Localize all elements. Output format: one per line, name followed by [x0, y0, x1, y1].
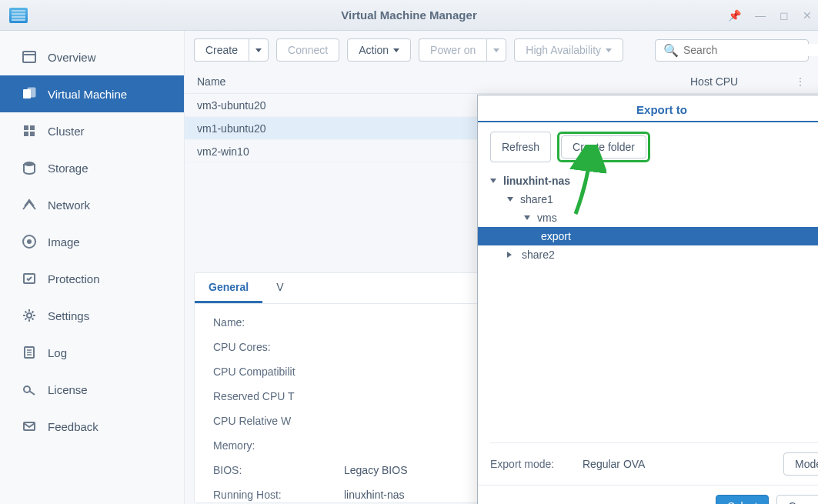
storage-icon — [22, 160, 37, 175]
create-dropdown[interactable] — [249, 38, 269, 62]
sidebar-item-label: Virtual Machine — [48, 88, 127, 101]
svg-rect-0 — [23, 52, 35, 62]
sidebar-item-label: Protection — [48, 272, 100, 285]
sidebar-item-label: Feedback — [48, 420, 98, 433]
svg-point-12 — [27, 313, 32, 318]
poweron-dropdown[interactable] — [486, 38, 506, 62]
sidebar-item-label: Log — [48, 346, 67, 359]
svg-rect-7 — [30, 132, 35, 136]
log-icon — [22, 345, 37, 360]
svg-rect-3 — [28, 88, 35, 97]
prop-rescpu-label: Reserved CPU T — [213, 390, 344, 402]
svg-rect-4 — [24, 125, 28, 130]
svg-rect-6 — [24, 132, 28, 136]
action-button[interactable]: Action — [347, 38, 411, 62]
connect-button[interactable]: Connect — [276, 38, 339, 62]
prop-host-label: Running Host: — [213, 489, 344, 501]
sidebar-item-label: Cluster — [48, 125, 85, 138]
sidebar-item-label: Network — [48, 199, 90, 212]
tree-node-vms[interactable]: vms — [490, 209, 818, 227]
mode-button[interactable]: Mode — [783, 452, 818, 476]
prop-bios-label: BIOS: — [213, 464, 344, 476]
feedback-icon — [22, 419, 37, 434]
svg-point-8 — [24, 162, 35, 166]
sidebar-item-image[interactable]: Image — [0, 223, 184, 260]
tree-node-share2[interactable]: share2 — [490, 245, 818, 264]
settings-icon — [22, 308, 37, 323]
export-modal: Export to Refresh Create folder linuxhin… — [477, 95, 818, 504]
refresh-button[interactable]: Refresh — [490, 132, 551, 162]
sidebar-item-label: Storage — [48, 162, 88, 175]
create-folder-button[interactable]: Create folder — [561, 135, 646, 159]
svg-rect-5 — [30, 125, 35, 130]
create-button[interactable]: Create — [194, 38, 249, 62]
col-host-cpu[interactable]: Host CPU ⋮ — [690, 75, 806, 88]
prop-bios-value: Legacy BIOS — [344, 464, 408, 476]
tree-node-export[interactable]: export — [478, 227, 818, 245]
sidebar-item-label: Overview — [48, 51, 96, 64]
window-title: Virtual Machine Manager — [341, 8, 476, 22]
network-icon — [22, 197, 37, 212]
ha-button[interactable]: High Availability — [514, 38, 623, 62]
app-icon — [9, 8, 28, 23]
minimize-icon[interactable]: — — [755, 9, 766, 22]
prop-compat-label: CPU Compatibilit — [213, 365, 344, 378]
prop-cores-label: CPU Cores: — [213, 341, 344, 353]
sidebar-item-label: License — [48, 383, 88, 396]
tree-node-root[interactable]: linuxhint-nas — [490, 172, 818, 190]
export-mode-label: Export mode: — [490, 458, 575, 470]
prop-host-value: linuxhint-nas — [344, 489, 405, 501]
maximize-icon[interactable]: ◻ — [780, 9, 789, 22]
modal-title: Export to — [478, 95, 818, 122]
pin-icon[interactable]: 📌 — [728, 9, 741, 22]
prop-name-label: Name: — [213, 316, 344, 329]
cluster-icon — [22, 123, 37, 139]
sidebar: Overview Virtual Machine Cluster Storage… — [0, 31, 185, 504]
folder-tree: linuxhint-nas share1 vms export share2 — [478, 169, 818, 273]
svg-point-10 — [27, 239, 32, 244]
sidebar-item-label: Image — [48, 235, 80, 249]
close-icon[interactable]: ✕ — [803, 9, 812, 22]
sidebar-item-virtual-machine[interactable]: Virtual Machine — [0, 75, 184, 112]
search-input[interactable]: 🔍 — [655, 39, 809, 62]
prop-mem-label: Memory: — [213, 439, 344, 452]
select-button[interactable]: Select — [716, 495, 769, 504]
image-icon — [22, 234, 37, 249]
vm-icon — [22, 86, 37, 102]
tree-node-share1[interactable]: share1 — [490, 190, 818, 209]
search-icon: 🔍 — [663, 43, 679, 58]
cancel-button[interactable]: Cancel — [776, 495, 818, 504]
sidebar-item-protection[interactable]: Protection — [0, 260, 184, 297]
tab-general[interactable]: General — [195, 273, 262, 303]
sidebar-item-label: Settings — [48, 309, 89, 322]
poweron-button[interactable]: Power on — [419, 38, 486, 62]
col-name[interactable]: Name — [197, 75, 690, 88]
license-icon — [22, 382, 37, 397]
sidebar-item-overview[interactable]: Overview — [0, 38, 184, 75]
sidebar-item-network[interactable]: Network — [0, 186, 184, 223]
sidebar-item-log[interactable]: Log — [0, 334, 184, 371]
export-mode-value: Regular OVA — [583, 458, 776, 470]
overview-icon — [22, 49, 37, 65]
prop-relwt-label: CPU Relative W — [213, 415, 344, 427]
sidebar-item-feedback[interactable]: Feedback — [0, 408, 184, 445]
tab-next[interactable]: V — [262, 273, 297, 303]
sidebar-item-settings[interactable]: Settings — [0, 297, 184, 334]
sidebar-item-cluster[interactable]: Cluster — [0, 112, 184, 149]
sidebar-item-license[interactable]: License — [0, 371, 184, 408]
protection-icon — [22, 271, 37, 286]
titlebar: Virtual Machine Manager 📌 — ◻ ✕ — [0, 0, 818, 31]
sidebar-item-storage[interactable]: Storage — [0, 149, 184, 186]
